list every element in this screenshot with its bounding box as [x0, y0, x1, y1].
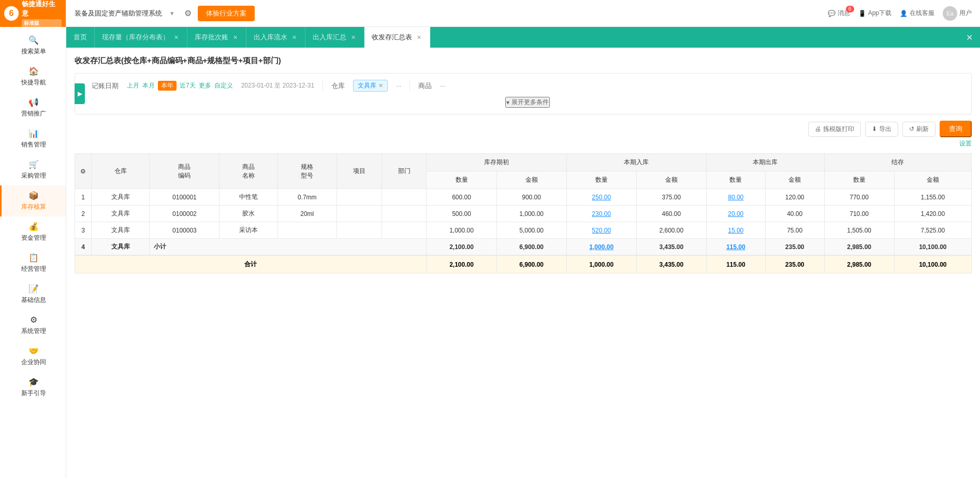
tab-label: 首页	[74, 33, 87, 42]
print-btn[interactable]: 🖨 拣税版打印	[808, 122, 861, 137]
bal-amt-header: 金额	[894, 171, 971, 189]
system-dropdown-arrow[interactable]: ▾	[170, 9, 174, 17]
sidebar-item-basic[interactable]: 📝 基础信息	[0, 279, 66, 310]
subtotal-label: 小计	[150, 239, 427, 256]
date-shortcut-自定义[interactable]: 自定义	[214, 81, 233, 90]
filter-toggle-btn[interactable]: ▶	[75, 83, 85, 104]
message-btn[interactable]: 💬 消息 6	[828, 9, 850, 18]
date-shortcut-本月[interactable]: 本月	[142, 81, 155, 90]
row-project	[337, 222, 382, 239]
table-footer: 合计 2,100.00 6,900.00 1,000.00 3,435.00 1…	[75, 255, 972, 273]
user-btn[interactable]: Ea 用户	[943, 6, 972, 21]
project-col-header: 项目	[337, 154, 382, 189]
sidebar-item-label-guide: 新手引导	[21, 389, 46, 398]
row-out-qty[interactable]: 20.00	[706, 206, 765, 222]
collab-icon: 🤝	[28, 346, 39, 356]
sidebar-item-inventory[interactable]: 📦 库存核算	[0, 185, 66, 216]
row-out-qty[interactable]: 80.00	[706, 189, 765, 206]
sidebar-item-system[interactable]: ⚙ 系统管理	[0, 310, 66, 341]
sidebar-item-finance[interactable]: 💰 资金管理	[0, 216, 66, 248]
expand-arrow-icon: ▾	[506, 99, 509, 106]
app-download-btn[interactable]: 📱 App下载	[858, 9, 891, 18]
basic-icon: 📝	[28, 284, 39, 294]
sidebar-item-guide[interactable]: 🎓 新手引导	[0, 372, 66, 403]
gear-icon[interactable]: ⚙	[184, 8, 192, 18]
settings-link[interactable]: 设置	[959, 139, 972, 148]
sidebar-item-sales[interactable]: 📊 销售管理	[0, 123, 66, 154]
tab-close-btn[interactable]: ✕	[349, 34, 357, 41]
expand-conditions-btn[interactable]: ▾ 展开更多条件	[505, 97, 550, 108]
row-open-amt: 900.00	[496, 189, 566, 206]
row-goods-code: 0100002	[150, 206, 220, 222]
tab-close-btn[interactable]: ✕	[231, 34, 239, 41]
quicknav-icon: 🏠	[28, 66, 39, 76]
tab-close-btn[interactable]: ✕	[415, 34, 422, 41]
sidebar-item-marketing[interactable]: 📢 营销推广	[0, 92, 66, 123]
date-shortcut-上月[interactable]: 上月	[127, 81, 139, 90]
filter-divider-2	[409, 81, 410, 91]
tab-label: 出入库汇总	[313, 33, 346, 42]
sidebar-item-operation[interactable]: 📋 经营管理	[0, 248, 66, 279]
tab-收发存汇总表[interactable]: 收发存汇总表✕	[364, 27, 430, 48]
settings-col-header[interactable]: ⚙	[75, 154, 92, 189]
export-btn[interactable]: ⬇ 导出	[865, 122, 898, 137]
row-goods-code: 0100003	[150, 222, 220, 239]
sidebar-item-collab[interactable]: 🤝 企业协同	[0, 341, 66, 372]
date-shortcut-近7天[interactable]: 近7天	[180, 81, 196, 90]
tab-出入库汇总[interactable]: 出入库汇总✕	[305, 27, 364, 48]
refresh-label: 刷新	[916, 125, 929, 134]
tab-close-btn[interactable]: ✕	[172, 34, 180, 41]
row-warehouse: 文具库	[92, 206, 150, 222]
warehouse-tag: 文具库 ✕	[353, 80, 388, 92]
row-in-amt: 2,600.00	[636, 222, 706, 239]
sidebar-item-label-search: 搜索菜单	[21, 47, 46, 56]
bal-qty-header: 数量	[824, 171, 894, 189]
sidebar-item-quicknav[interactable]: 🏠 快捷导航	[0, 61, 66, 92]
tab-close-btn[interactable]: ✕	[290, 34, 298, 41]
online-service-btn[interactable]: 👤 在线客服	[900, 9, 934, 18]
row-goods-spec: 20ml	[277, 206, 337, 222]
purchase-icon: 🛒	[28, 160, 39, 169]
subtotal-bal-amt: 10,100.00	[894, 239, 971, 256]
sidebar: 6 畅捷通好生意 标准版 🔍 搜索菜单 🏠 快捷导航 📢 营销推广 📊 销售管理…	[0, 0, 66, 478]
sidebar-item-purchase[interactable]: 🛒 采购管理	[0, 154, 66, 185]
tab-首页[interactable]: 首页	[66, 27, 95, 48]
row-bal-qty: 710.00	[824, 206, 894, 222]
tab-出入库流水[interactable]: 出入库流水✕	[246, 27, 305, 48]
refresh-btn[interactable]: ↺ 刷新	[902, 122, 935, 137]
filter-row-1: 记账日期 上月本月本年近7天更多自定义 2023-01-01 至 2023-12…	[83, 80, 963, 92]
query-btn[interactable]: 查询	[940, 121, 972, 137]
tab-label: 收发存汇总表	[372, 33, 412, 42]
header-actions: 💬 消息 6 📱 App下载 👤 在线客服 Ea 用户	[828, 6, 972, 21]
row-out-qty[interactable]: 15.00	[706, 222, 765, 239]
row-goods-name: 采访本	[220, 222, 277, 239]
total-open-amt: 6,900.00	[496, 255, 566, 273]
sidebar-item-label-purchase: 采购管理	[21, 171, 46, 180]
row-in-qty[interactable]: 250.00	[566, 189, 636, 206]
tab-库存批次账[interactable]: 库存批次账✕	[187, 27, 246, 48]
date-range: 2023-01-01 至 2023-12-31	[241, 81, 314, 90]
sidebar-item-search[interactable]: 🔍 搜索菜单	[0, 30, 66, 61]
row-project	[337, 189, 382, 206]
subtotal-in-amt: 3,435.00	[636, 239, 706, 256]
page-title: 收发存汇总表(按仓库+商品编码+商品+规格型号+项目+部门)	[75, 56, 972, 66]
row-bal-qty: 770.00	[824, 189, 894, 206]
row-in-qty[interactable]: 520.00	[566, 222, 636, 239]
print-icon: 🖨	[815, 125, 821, 133]
total-label: 合计	[75, 255, 427, 273]
tab-bar-close-btn[interactable]: ✕	[959, 33, 980, 42]
out-qty-header: 数量	[706, 171, 765, 189]
message-badge: 6	[846, 6, 854, 12]
try-btn[interactable]: 体验行业方案	[198, 6, 255, 21]
goods-more-btn[interactable]: ···	[440, 82, 445, 90]
row-in-qty[interactable]: 230.00	[566, 206, 636, 222]
table-row: 2 文具库 0100002 胶水 20ml 500.00 1,000.00 23…	[75, 206, 972, 222]
sidebar-menu: 🔍 搜索菜单 🏠 快捷导航 📢 营销推广 📊 销售管理 🛒 采购管理 📦 库存核…	[0, 27, 66, 478]
warehouse-more-btn[interactable]: ···	[396, 82, 401, 90]
total-bal-amt: 10,100.00	[894, 255, 971, 273]
date-shortcut-本年[interactable]: 本年	[158, 81, 177, 91]
warehouse-tag-close-btn[interactable]: ✕	[378, 82, 383, 89]
online-service-label: 在线客服	[910, 9, 934, 18]
tab-现存量（库存分布表）[interactable]: 现存量（库存分布表）✕	[95, 27, 187, 48]
date-shortcut-更多[interactable]: 更多	[199, 81, 211, 90]
